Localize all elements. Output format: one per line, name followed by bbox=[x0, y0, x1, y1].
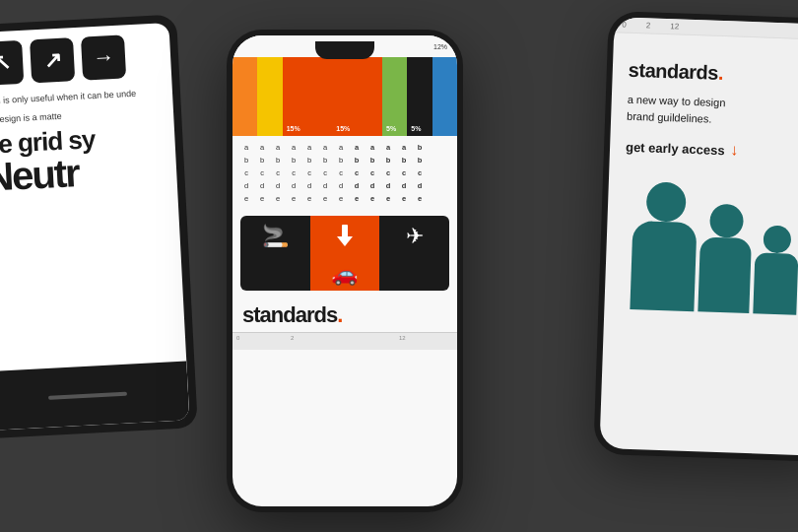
tc: c bbox=[398, 167, 410, 179]
left-bottom-curve bbox=[48, 392, 127, 400]
tc: b bbox=[382, 155, 394, 166]
tc: e bbox=[272, 193, 284, 205]
tc: b bbox=[240, 155, 252, 166]
tc: a bbox=[256, 142, 268, 154]
ruler-2: 2 bbox=[291, 335, 399, 341]
silhouette-1-head bbox=[645, 181, 686, 222]
tc: c bbox=[288, 167, 299, 179]
tc: a bbox=[335, 142, 347, 154]
right-screen: 0 2 12 standards. a new way to design br… bbox=[599, 17, 798, 456]
tc: d bbox=[382, 180, 394, 192]
type-row-c: c c c c c c c c c c c c bbox=[240, 167, 449, 179]
tc: e bbox=[288, 193, 299, 205]
cta-text: get early access bbox=[626, 139, 725, 157]
tc: a bbox=[303, 142, 315, 154]
right-cta[interactable]: get early access ↓ bbox=[626, 138, 798, 163]
center-screen: 12% 15% 15% 5% 5% a a a bbox=[233, 35, 457, 506]
tc: a bbox=[351, 142, 363, 154]
tagline-line1: a new way to design bbox=[628, 94, 726, 108]
icon-download bbox=[310, 216, 380, 256]
ruler-row: 0 2 12 bbox=[233, 335, 457, 341]
left-bottom-bar bbox=[0, 361, 189, 431]
right-tagline: a new way to design brand guildelines. bbox=[627, 92, 798, 131]
type-row-d: d d d d d d d d d d d d bbox=[240, 180, 449, 192]
tc: e bbox=[335, 193, 347, 205]
type-row-b: b b b b b b b b b b b b bbox=[240, 155, 449, 166]
tc: a bbox=[319, 142, 331, 154]
swatch-red-large: 15% bbox=[283, 57, 333, 136]
tc: b bbox=[351, 155, 363, 166]
left-device-screen: ↖ ↗ → ation is only useful when it can b… bbox=[0, 23, 189, 431]
tc: d bbox=[335, 180, 347, 192]
left-device: ↖ ↗ → ation is only useful when it can b… bbox=[0, 15, 198, 439]
ruler-mark-12: 12 bbox=[670, 22, 679, 31]
tagline-line2: brand guildelines. bbox=[627, 109, 712, 124]
left-icon-3: → bbox=[81, 34, 126, 80]
icon-airplane: ✈ bbox=[379, 216, 449, 256]
svg-marker-1 bbox=[337, 236, 353, 246]
tc: a bbox=[366, 142, 378, 154]
silhouette-3-wrap bbox=[753, 225, 798, 314]
icon-empty-1 bbox=[240, 256, 310, 291]
ruler-mark-2: 2 bbox=[646, 21, 651, 30]
tc: c bbox=[414, 167, 426, 179]
tc: c bbox=[319, 167, 331, 179]
swatch-orange bbox=[233, 57, 257, 136]
center-logo-text: standards bbox=[242, 302, 337, 327]
tc: e bbox=[256, 193, 268, 205]
silhouette-2-body bbox=[698, 236, 752, 313]
icon-car: 🚗 bbox=[310, 256, 380, 291]
swatch-red-2-label: 15% bbox=[336, 125, 350, 132]
tc: d bbox=[319, 180, 331, 192]
tc: b bbox=[414, 142, 426, 154]
tc: b bbox=[256, 155, 268, 166]
tc: d bbox=[414, 180, 426, 192]
ruler-0: 0 bbox=[236, 335, 291, 341]
tc: d bbox=[272, 180, 284, 192]
tc: c bbox=[366, 167, 378, 179]
icon-empty-2 bbox=[379, 256, 449, 291]
right-standards-title: standards. bbox=[628, 59, 798, 89]
silhouette-2-wrap bbox=[698, 203, 753, 313]
tc: e bbox=[414, 193, 426, 205]
silhouette-1-body bbox=[630, 221, 697, 311]
right-device: 0 2 12 standards. a new way to design br… bbox=[593, 11, 798, 462]
type-grid: a a a a a a a a a a a b b b b b b b b bbox=[233, 136, 457, 212]
tc: c bbox=[256, 167, 268, 179]
left-neut-text: Neutr bbox=[0, 148, 167, 197]
swatch-green-label: 5% bbox=[386, 125, 396, 132]
tc: c bbox=[240, 167, 252, 179]
type-row-a: a a a a a a a a a a a b bbox=[240, 142, 449, 154]
tc: c bbox=[382, 167, 394, 179]
tc: b bbox=[398, 155, 410, 166]
tc: b bbox=[414, 155, 426, 166]
tc: b bbox=[272, 155, 284, 166]
swatch-yellow bbox=[257, 57, 282, 136]
cta-arrow-icon: ↓ bbox=[730, 141, 739, 159]
tc: e bbox=[382, 193, 394, 205]
tc: c bbox=[303, 167, 315, 179]
swatch-green: 5% bbox=[382, 57, 407, 136]
tc: c bbox=[272, 167, 284, 179]
tc: d bbox=[256, 180, 268, 192]
tc: b bbox=[288, 155, 299, 166]
tc: b bbox=[335, 155, 347, 166]
tc: a bbox=[272, 142, 284, 154]
icon-grid: 🚬 ✈ 🚗 bbox=[240, 216, 449, 291]
silhouettes-container bbox=[620, 171, 798, 316]
type-row-e: e e e e e e e e e e e e bbox=[240, 193, 449, 205]
tc: c bbox=[351, 167, 363, 179]
tc: e bbox=[319, 193, 331, 205]
right-title-text: standards bbox=[628, 59, 718, 84]
tc: a bbox=[240, 142, 252, 154]
icon-smoking: 🚬 bbox=[240, 216, 310, 256]
silhouette-3-body bbox=[753, 252, 798, 314]
swatch-red-label: 15% bbox=[287, 125, 300, 132]
center-device: 12% 15% 15% 5% 5% a a a bbox=[227, 30, 463, 512]
bottom-ruler: 0 2 12 bbox=[233, 332, 457, 350]
left-icon-2: ↗ bbox=[30, 37, 75, 83]
ruler-12: 12 bbox=[399, 335, 453, 341]
center-logo: standards. bbox=[233, 295, 457, 332]
color-swatches: 15% 15% 5% 5% bbox=[233, 57, 457, 136]
swatch-black: 5% bbox=[407, 57, 432, 136]
